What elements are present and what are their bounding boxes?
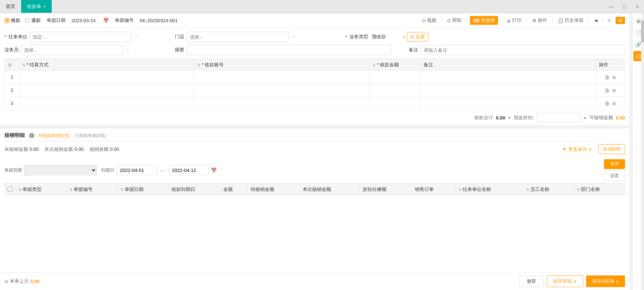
settings-col-header[interactable]: ⚙ — [5, 59, 19, 71]
writeoff-info-icon[interactable]: i — [29, 133, 34, 138]
remark-cell[interactable] — [421, 84, 596, 97]
due-date-end[interactable] — [169, 165, 209, 175]
help-btn[interactable]: ⊙ 帮助 — [445, 16, 464, 24]
setting-btn[interactable]: ⚙ 设置 — [407, 32, 428, 42]
store-more-icon[interactable]: ··· — [291, 34, 295, 40]
receipt-radio[interactable]: 收款 — [4, 17, 20, 24]
writeoff-header: 核销明细 i 待核销单据(0笔) 已核销单据(0笔) — [4, 129, 625, 141]
grid-btn[interactable]: ⊞ — [616, 17, 625, 24]
print-btn[interactable]: 🖨 打印 — [504, 16, 524, 24]
counterpart-label: 往来单位 — [8, 34, 27, 40]
copy-icon[interactable]: ⊕ — [612, 101, 616, 106]
counterpart-input[interactable] — [30, 32, 131, 42]
tab-home[interactable]: 首页 — [0, 0, 21, 13]
range-field: 单据范围 — [4, 165, 97, 175]
save-draft-label: 保存草稿 — [553, 278, 572, 285]
delete-icon[interactable]: 🗑 — [605, 101, 610, 106]
amount-cell[interactable] — [370, 71, 421, 84]
select-all-checkbox[interactable] — [8, 187, 12, 191]
tab-receipt[interactable]: 收款单 × — [21, 0, 52, 13]
doc-number-header: ⇅ 单据编号 — [66, 184, 117, 195]
more-conditions-btn[interactable]: ▼ 更多条件 ∧ — [562, 146, 592, 153]
account-input[interactable] — [195, 84, 369, 97]
tab-home-label: 首页 — [6, 3, 15, 10]
current-header: 本次核销金额 — [299, 184, 360, 195]
settlement-cell[interactable] — [19, 84, 195, 97]
staff-field: 业务员 ··· — [4, 45, 157, 55]
remark-col-header: 备注 — [421, 59, 596, 71]
range-select[interactable] — [24, 165, 97, 175]
amount-header: 金额 — [220, 184, 248, 195]
close-btn[interactable]: × — [631, 0, 644, 13]
top-toolbar: 收款 退款 单据日期 2023-03-24 📅 单据编号 SK-20230324… — [0, 13, 629, 28]
row-check-header[interactable] — [5, 184, 16, 195]
writeoff-header-row: ⇅ 单据类型 ⇅ 单据编号 ⇅ 单据日期 — [5, 184, 625, 195]
discount-input[interactable] — [537, 113, 581, 122]
window-controls: — □ × — [605, 0, 644, 13]
remark-cell[interactable] — [421, 71, 596, 84]
query-btn[interactable]: 查询 — [604, 159, 625, 169]
prev-btn[interactable]: ◀ — [592, 17, 600, 24]
staff-input[interactable] — [21, 45, 123, 55]
account-input[interactable] — [195, 97, 369, 110]
chevron-up-icon: ∧ — [589, 146, 592, 152]
settlement-input[interactable] — [19, 97, 194, 110]
tab-close-icon[interactable]: × — [43, 4, 46, 9]
layout-btn[interactable]: ≡ — [606, 17, 613, 24]
scrollbar-thumb[interactable] — [641, 20, 644, 42]
remark-input[interactable] — [420, 45, 625, 55]
account-cell[interactable] — [195, 97, 370, 110]
action-cell: 🗑 ⊕ — [596, 84, 625, 97]
abandon-btn[interactable]: 放弃 — [519, 275, 544, 287]
copy-icon[interactable]: ⊕ — [612, 87, 616, 93]
date-cal-icon[interactable]: 📅 — [103, 18, 109, 23]
counterpart-more-icon[interactable]: ··· — [134, 34, 138, 40]
pending-tab[interactable]: 待核销单据(0笔) — [39, 133, 70, 139]
writeoff-table: ⇅ 单据类型 ⇅ 单据编号 ⇅ 单据日期 — [4, 184, 625, 195]
summary-input[interactable] — [186, 45, 391, 55]
amount-cell[interactable] — [370, 97, 421, 110]
account-input[interactable] — [195, 71, 369, 83]
settlement-cell[interactable] — [19, 71, 195, 84]
save-draft-btn[interactable]: 保存草稿 ∧ — [547, 275, 583, 287]
writeoff-section: 核销明细 i 待核销单据(0笔) 已核销单据(0笔) 未核销金额 0.00 本次… — [0, 129, 629, 272]
done-tab[interactable]: 已核销单据(0笔) — [75, 133, 106, 139]
shortcut-btn[interactable]: ⌨ 快捷键 — [470, 16, 498, 25]
account-cell[interactable] — [195, 71, 370, 84]
setting-icon: ⚙ — [410, 34, 415, 40]
delete-icon[interactable]: 🗑 — [605, 74, 610, 80]
staff-more-icon[interactable]: ··· — [125, 47, 130, 53]
remark-input[interactable] — [421, 71, 596, 83]
amount-col-header: ⇅ * 收款金额 — [370, 59, 421, 71]
amount-cell[interactable] — [370, 84, 421, 97]
restore-btn[interactable]: □ — [618, 0, 631, 13]
history-btn[interactable]: 📋 历史单据 — [555, 16, 586, 24]
table-settings-icon[interactable]: ⚙ — [8, 62, 12, 68]
writeoff-setting-btn[interactable]: 设置 — [604, 171, 625, 181]
store-input[interactable] — [186, 32, 288, 42]
remark-input[interactable] — [421, 97, 596, 110]
minimize-btn[interactable]: — — [605, 0, 618, 13]
settlement-cell[interactable] — [19, 97, 195, 110]
copy-icon[interactable]: ⊕ — [612, 74, 616, 80]
amount-input[interactable] — [370, 84, 420, 97]
biz-type-chevron[interactable]: ▾ — [403, 35, 405, 39]
form-row-2: 业务员 ··· 摘要 备注 — [4, 45, 625, 55]
discount-header: 折扣分摊额 — [360, 184, 412, 195]
cal-icon-start[interactable]: 📅 — [211, 168, 217, 173]
account-cell[interactable] — [195, 84, 370, 97]
remark-input[interactable] — [421, 84, 596, 97]
auto-writeoff-btn[interactable]: 自动核销 — [598, 144, 625, 154]
save-new-btn[interactable]: 保存&新增 ∧ — [586, 275, 625, 287]
delete-icon[interactable]: 🗑 — [605, 87, 610, 93]
amount-input[interactable] — [370, 71, 420, 83]
video-btn[interactable]: ⊙ 视频 — [420, 16, 439, 24]
settlement-input[interactable] — [19, 71, 194, 83]
settlement-input[interactable] — [19, 84, 194, 97]
operation-btn[interactable]: ⚙ 操作 — [530, 16, 549, 24]
amount-input[interactable] — [370, 97, 420, 110]
remark-cell[interactable] — [421, 97, 596, 110]
table-header-row: ⚙ ⇅ * 结算方式 ⇅ * 收款账号 ⇅ * 收款金额 — [5, 59, 625, 71]
refund-radio[interactable]: 退款 — [25, 17, 41, 24]
due-date-start[interactable] — [117, 165, 157, 175]
